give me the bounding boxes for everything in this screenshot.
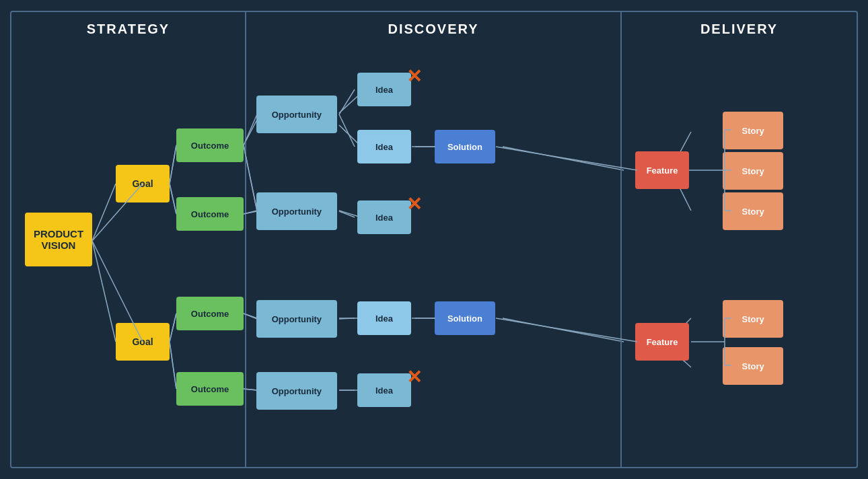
idea-3-label: Idea — [375, 213, 393, 223]
outcome-2-label: Outcome — [191, 209, 229, 219]
feature-2-label: Feature — [647, 337, 678, 347]
idea-1-rejected-icon: ✕ — [406, 67, 422, 86]
story-5-box: Story — [723, 347, 783, 385]
outcome-3-label: Outcome — [191, 309, 229, 319]
outcome-3-box: Outcome — [176, 297, 244, 330]
outcome-4-label: Outcome — [191, 384, 229, 394]
discovery-header: DISCOVERY — [246, 12, 620, 44]
section-strategy: STRATEGY PRODUCT VISION Goal Goal Outcom… — [11, 12, 246, 467]
goal-2-box: Goal — [116, 323, 170, 361]
story-1-label: Story — [742, 126, 764, 136]
outcome-4-box: Outcome — [176, 372, 244, 406]
idea-3-rejected-icon: ✕ — [406, 195, 422, 214]
story-3-label: Story — [742, 207, 764, 217]
feature-2-box: Feature — [635, 323, 689, 361]
opportunity-1-box: Opportunity — [256, 96, 337, 133]
feature-1-label: Feature — [647, 165, 678, 176]
story-1-box: Story — [723, 112, 783, 149]
idea-1-label: Idea — [375, 85, 393, 95]
strategy-header: STRATEGY — [11, 12, 245, 44]
story-4-box: Story — [723, 300, 783, 338]
outcome-2-box: Outcome — [176, 197, 244, 231]
delivery-header: DELIVERY — [622, 12, 857, 44]
opportunity-3-label: Opportunity — [272, 314, 322, 324]
opportunity-2-box: Opportunity — [256, 192, 337, 230]
solution-2-label: Solution — [447, 314, 482, 324]
story-2-box: Story — [723, 152, 783, 190]
outcome-1-label: Outcome — [191, 141, 229, 151]
idea-4-box: Idea — [357, 301, 411, 335]
opportunity-3-box: Opportunity — [256, 300, 337, 338]
story-4-label: Story — [742, 314, 764, 324]
story-3-box: Story — [723, 192, 783, 230]
section-discovery: DISCOVERY Opportunity Opportunity Opport… — [246, 12, 622, 467]
opportunity-2-label: Opportunity — [272, 207, 322, 217]
product-vision-box: PRODUCT VISION — [25, 213, 92, 266]
idea-5-label: Idea — [375, 385, 393, 396]
solution-1-box: Solution — [435, 130, 495, 163]
feature-1-box: Feature — [635, 151, 689, 189]
main-diagram: STRATEGY PRODUCT VISION Goal Goal Outcom… — [10, 11, 858, 468]
idea-5-rejected-icon: ✕ — [406, 368, 422, 387]
opportunity-4-box: Opportunity — [256, 372, 337, 410]
outcome-1-box: Outcome — [176, 128, 244, 162]
opportunity-4-label: Opportunity — [272, 386, 322, 396]
idea-4-label: Idea — [375, 314, 393, 324]
goal-2-label: Goal — [132, 336, 153, 347]
product-vision-label: PRODUCT VISION — [34, 228, 83, 251]
opportunity-1-label: Opportunity — [272, 110, 322, 120]
solution-1-label: Solution — [447, 142, 482, 152]
section-delivery: DELIVERY Feature Feature Story Story Sto… — [622, 12, 857, 467]
idea-2-label: Idea — [375, 142, 393, 152]
solution-2-box: Solution — [435, 301, 495, 335]
idea-3-box: Idea — [357, 200, 411, 234]
goal-1-label: Goal — [132, 178, 153, 189]
idea-5-box: Idea — [357, 373, 411, 407]
idea-2-box: Idea — [357, 130, 411, 163]
story-5-label: Story — [742, 361, 764, 371]
idea-1-box: Idea — [357, 73, 411, 106]
story-2-label: Story — [742, 166, 764, 176]
goal-1-box: Goal — [116, 165, 170, 202]
